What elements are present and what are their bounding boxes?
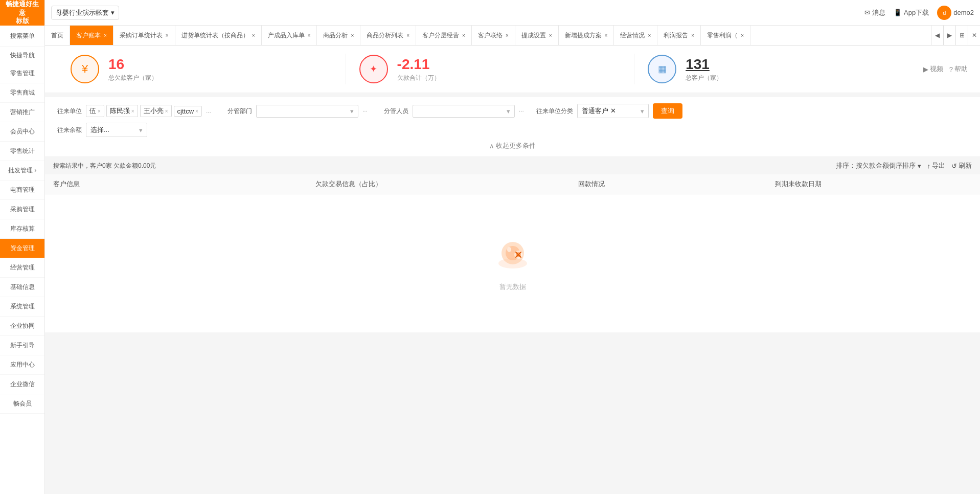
sidebar-item-member[interactable]: 会员中心: [0, 122, 44, 142]
sidebar-item-system[interactable]: 系统管理: [0, 297, 44, 317]
tab-close-biz-status[interactable]: ×: [648, 33, 651, 38]
sort-selector[interactable]: 排序：按欠款金额倒序排序 ▾: [836, 161, 921, 170]
tab-next-button[interactable]: ▶: [943, 26, 955, 45]
tab-close-customer-contact[interactable]: ×: [506, 33, 509, 38]
tag-remove-button[interactable]: ×: [131, 108, 134, 114]
tab-close-promo-settings[interactable]: ×: [549, 33, 552, 38]
tab-close-customer-tier[interactable]: ×: [462, 33, 465, 38]
text-help-button[interactable]: ? 帮助: [949, 64, 968, 74]
sidebar-item-guide[interactable]: 新手引导: [0, 336, 44, 355]
sidebar-item-finance[interactable]: 资金管理: [0, 239, 44, 258]
person-select[interactable]: ▾: [413, 105, 515, 118]
summary-info-debt: -2.11 欠款合计（万）: [397, 56, 622, 83]
unit-class-select[interactable]: 普通客户 ✕ ▾: [577, 104, 649, 118]
app-download-button[interactable]: 📱 App下载: [894, 8, 929, 17]
tab-retail-profit[interactable]: 零售利润（×: [701, 26, 750, 45]
window-close-button[interactable]: ✕: [968, 26, 980, 45]
total-debt-value: -2.11: [397, 56, 622, 73]
tab-close-cost-entry[interactable]: ×: [308, 33, 311, 38]
sidebar-item-retail[interactable]: 零售管理: [0, 64, 44, 83]
tag-remove-button[interactable]: ×: [98, 108, 101, 114]
main-area: 母婴行业演示帐套 ▾ ✉ 消息 📱 App下载 d demo2 首页客户账本×采…: [45, 0, 980, 494]
sidebar-item-enterprise[interactable]: 企业协同: [0, 317, 44, 336]
dept-more-btn[interactable]: ···: [362, 107, 368, 115]
tab-goods-analysis-list[interactable]: 商品分析列表×: [360, 26, 416, 45]
tag-remove-button[interactable]: ×: [165, 108, 168, 114]
tab-close-new-promo[interactable]: ×: [605, 33, 608, 38]
chevron-down-icon: ▾: [507, 107, 510, 115]
video-help-button[interactable]: ▶ 视频: [923, 64, 943, 74]
tab-close-goods-analysis[interactable]: ×: [351, 33, 354, 38]
tab-close-purchase-orders[interactable]: ×: [166, 33, 169, 38]
tab-home[interactable]: 首页: [45, 26, 70, 45]
sidebar-search-area[interactable]: 搜索菜单: [0, 26, 44, 47]
sidebar-item-app-center[interactable]: 应用中心: [0, 355, 44, 375]
filter-bar: 往来单位 伍×陈民强×王小亮×cjttcw× ... 分管部门 ▾ ··· 分管…: [45, 97, 980, 157]
tab-expand-button[interactable]: ⊞: [955, 26, 968, 45]
filter-tag-unit: 王小亮×: [140, 105, 172, 117]
quick-nav-button[interactable]: 快捷导航: [0, 47, 44, 64]
summary-bar: ¥ 16 总欠款客户（家） ✦ -2.11 欠款合计（万）: [45, 46, 980, 93]
summary-info-total: 131 总客户（家）: [686, 56, 910, 83]
message-button[interactable]: ✉ 消息: [864, 8, 885, 17]
tab-customer-tier[interactable]: 客户分层经营×: [416, 26, 472, 45]
tab-new-promo[interactable]: 新增提成方案×: [559, 26, 614, 45]
sidebar-item-marketing[interactable]: 营销推广: [0, 103, 44, 122]
tab-profit-report[interactable]: 利润报告×: [657, 26, 701, 45]
tab-goods-analysis[interactable]: 商品分析×: [317, 26, 360, 45]
person-more-btn[interactable]: ···: [519, 107, 524, 115]
sidebar-item-wholesale[interactable]: 批发管理 ›: [0, 161, 44, 181]
sidebar-item-basic[interactable]: 基础信息: [0, 278, 44, 297]
tab-biz-status[interactable]: 经营情况×: [614, 26, 657, 45]
app-logo-text: 畅捷通好生意 标版: [4, 0, 40, 26]
message-label: 消息: [872, 8, 885, 17]
tab-promo-settings[interactable]: 提成设置×: [515, 26, 559, 45]
chevron-down-icon: ▾: [139, 126, 143, 134]
summary-card-total: ▦ 131 总客户（家）: [634, 54, 923, 84]
filter-row-2: 往来余额 选择... ▾: [53, 123, 972, 137]
remainder-select[interactable]: 选择... ▾: [86, 123, 147, 137]
tab-customer-contact[interactable]: 客户联络×: [472, 26, 515, 45]
topbar: 母婴行业演示帐套 ▾ ✉ 消息 📱 App下载 d demo2: [45, 0, 980, 26]
tag-text: 伍: [89, 106, 96, 116]
data-table: 客户信息欠款交易信息（占比）回款情况到期未收款日期 暂无数据: [45, 174, 980, 332]
tag-text: cjttcw: [177, 107, 194, 115]
sidebar-item-inventory[interactable]: 库存核算: [0, 219, 44, 239]
refresh-button[interactable]: ↺ 刷新: [951, 161, 972, 170]
search-menu-button[interactable]: 搜索菜单: [4, 30, 40, 42]
tab-close-customers[interactable]: ×: [104, 33, 107, 38]
tab-close-goods-analysis-list[interactable]: ×: [406, 33, 409, 38]
sidebar-item-ecommerce[interactable]: 电商管理: [0, 181, 44, 200]
tab-prev-button[interactable]: ◀: [931, 26, 943, 45]
sidebar-item-retail-stats[interactable]: 零售统计: [0, 142, 44, 161]
sidebar-item-retail-mall[interactable]: 零售商城: [0, 83, 44, 103]
collapse-button[interactable]: ∧ 收起更多条件: [489, 141, 536, 150]
total-debt-customers-value: 16: [108, 56, 333, 73]
user-menu[interactable]: d demo2: [937, 6, 974, 20]
total-debt-label: 欠款合计（万）: [397, 74, 622, 82]
total-debt-customers-label: 总欠款客户（家）: [108, 74, 333, 82]
tab-customers[interactable]: 客户账本×: [70, 26, 113, 45]
sidebar-item-purchase[interactable]: 采购管理: [0, 200, 44, 219]
sidebar-item-operations[interactable]: 经营管理: [0, 258, 44, 278]
tab-close-stock-stats[interactable]: ×: [252, 33, 255, 38]
tab-cost-entry[interactable]: 产成品入库单×: [262, 26, 317, 45]
chevron-down-icon: ▾: [111, 9, 115, 16]
sidebar-item-vip[interactable]: 畅会员: [0, 394, 44, 414]
more-tags-button[interactable]: ...: [206, 107, 211, 115]
tab-stock-stats[interactable]: 进货单统计表（按商品）×: [175, 26, 262, 45]
query-button[interactable]: 查询: [653, 103, 682, 119]
tag-remove-button[interactable]: ×: [195, 108, 198, 114]
sidebar: 畅捷通好生意 标版 搜索菜单 快捷导航 零售管理零售商城营销推广会员中心零售统计…: [0, 0, 45, 494]
dept-select[interactable]: ▾: [256, 105, 358, 118]
tab-purchase-orders[interactable]: 采购订单统计表×: [113, 26, 175, 45]
sidebar-item-wechat[interactable]: 企业微信: [0, 375, 44, 394]
tab-close-retail-profit[interactable]: ×: [741, 33, 744, 38]
username-label: demo2: [953, 9, 974, 16]
summary-card-customers: ¥ 16 总欠款客户（家）: [57, 54, 346, 84]
export-button[interactable]: ↑ 导出: [927, 161, 946, 170]
avatar: d: [937, 6, 951, 20]
tag-text: 王小亮: [144, 106, 164, 116]
account-selector[interactable]: 母婴行业演示帐套 ▾: [51, 6, 119, 20]
tab-close-profit-report[interactable]: ×: [691, 33, 694, 38]
